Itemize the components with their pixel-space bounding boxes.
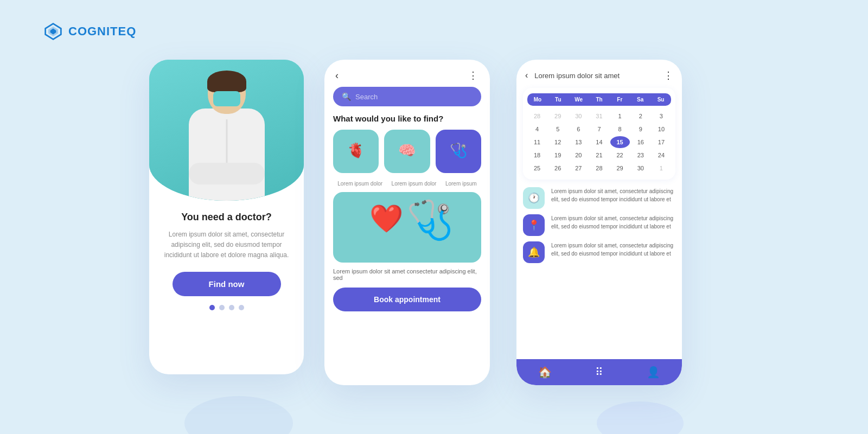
bottom-nav: 🏠 ⠿ 👤 [516,359,682,385]
cal-cell-3-6[interactable]: 24 [652,149,671,161]
cal-cell-1-5[interactable]: 9 [631,123,650,135]
location-icon: 📍 [523,214,545,236]
cal-cell-1-0[interactable]: 4 [527,123,547,135]
featured-description: Lorem ipsum dolor sit amet consectetur a… [324,268,490,281]
category-icon-1: 🫀 [347,142,365,159]
cal-cell-3-4[interactable]: 22 [610,149,630,161]
calendar-header: Mo Tu We Th Fr Sa Su [527,93,671,106]
category-card-1[interactable]: 🫀 [333,130,379,173]
category-row: 🫀 🧠 🩺 [324,130,490,173]
category-card-2[interactable]: 🧠 [384,130,430,173]
cal-cell-2-3[interactable]: 14 [589,136,609,148]
doctor-figure [183,71,270,201]
cal-cell-4-5[interactable]: 30 [631,162,650,174]
cal-day-mo: Mo [527,93,548,106]
cal-cell-4-3[interactable]: 28 [589,162,609,174]
cal-day-sa: Sa [630,93,650,106]
phone3-more-button[interactable]: ⋮ [663,69,673,81]
cal-cell-2-1[interactable]: 12 [548,136,567,148]
bell-icon: 🔔 [523,241,545,263]
cal-cell-1-1[interactable]: 5 [548,123,567,135]
info-item-1: 🕐 Lorem ipsum dolor sit amet, consectetu… [523,187,675,209]
deco-circle-1 [184,396,293,434]
cal-cell-4-1[interactable]: 26 [548,162,567,174]
cal-cell-3-2[interactable]: 20 [569,149,588,161]
category-icon-2: 🧠 [398,142,416,159]
nav-grid-icon[interactable]: ⠿ [595,366,603,379]
phone-2: ‹ ⋮ 🔍 Search What would you like to find… [324,60,490,385]
phone3-title: Lorem ipsum dolor sit amet [534,72,657,80]
doc-body [189,108,265,201]
cat-label-2: Lorem ipsum dolor [392,181,437,187]
cal-cell-2-0[interactable]: 11 [527,136,547,148]
category-card-3[interactable]: 🩺 [436,130,481,173]
info-text-3: Lorem ipsum dolor sit amet, consectetur … [551,241,675,258]
phone3-back-button[interactable]: ‹ [525,71,528,80]
stethoscope-icon: 🩺 [406,197,454,242]
cal-cell-4-6[interactable]: 1 [652,162,671,174]
cal-cell-2-4[interactable]: 15 [610,136,630,148]
logo-icon [43,22,63,41]
cal-cell-1-2[interactable]: 6 [569,123,588,135]
dot-3[interactable] [229,305,234,310]
cal-cell-2-5[interactable]: 16 [631,136,650,148]
clock-icon: 🕐 [523,187,545,209]
dot-4[interactable] [239,305,244,310]
phone1-title: You need a doctor? [181,212,272,223]
phone2-more-button[interactable]: ⋮ [468,69,479,81]
cal-day-tu: Tu [548,93,569,106]
phone2-back-button[interactable]: ‹ [335,70,339,81]
doc-coat-line [226,119,227,163]
cal-cell-0-4[interactable]: 1 [610,110,630,122]
calendar-grid: 2829303112345678910111213141516171819202… [527,110,671,174]
cal-cell-4-4[interactable]: 29 [610,162,630,174]
book-appointment-button[interactable]: Book appointment [333,288,481,311]
phone3-header: ‹ Lorem ipsum dolor sit amet ⋮ [516,60,682,88]
cal-day-fr: Fr [609,93,630,106]
pagination-dots [209,305,244,310]
info-list: 🕐 Lorem ipsum dolor sit amet, consectetu… [516,187,682,359]
dot-2[interactable] [219,305,225,310]
cal-cell-3-0[interactable]: 18 [527,149,547,161]
nav-profile-icon[interactable]: 👤 [647,366,660,379]
phone-3: ‹ Lorem ipsum dolor sit amet ⋮ Mo Tu We … [516,60,682,385]
info-item-2: 📍 Lorem ipsum dolor sit amet, consectetu… [523,214,675,236]
nav-home-icon[interactable]: 🏠 [538,366,552,379]
info-text-2: Lorem ipsum dolor sit amet, consectetur … [551,214,675,231]
deco-circle-2 [597,401,684,434]
find-now-button[interactable]: Find now [173,272,281,296]
doc-mask [213,91,240,106]
cal-cell-1-4[interactable]: 8 [610,123,630,135]
cal-cell-1-6[interactable]: 10 [652,123,671,135]
cal-cell-0-3[interactable]: 31 [589,110,609,122]
category-icon-3: 🩺 [450,142,467,159]
cal-cell-4-0[interactable]: 25 [527,162,547,174]
cal-cell-0-6[interactable]: 3 [652,110,671,122]
cal-cell-1-3[interactable]: 7 [589,123,609,135]
cal-cell-3-3[interactable]: 21 [589,149,609,161]
category-labels: Lorem ipsum dolor Lorem ipsum dolor Lore… [324,181,490,187]
dot-1[interactable] [209,305,215,310]
calendar: Mo Tu We Th Fr Sa Su 2829303112345678910… [523,88,675,180]
featured-image: ❤️ 🩺 [333,192,481,263]
cal-cell-0-0[interactable]: 28 [527,110,547,122]
cal-cell-4-2[interactable]: 27 [569,162,588,174]
info-text-1: Lorem ipsum dolor sit amet, consectetur … [551,187,675,203]
heart-icon: ❤️ [369,203,403,234]
cal-cell-0-2[interactable]: 30 [569,110,588,122]
brand-name: COGNITEQ [68,24,136,39]
search-icon: 🔍 [342,92,351,101]
doc-head [208,71,246,114]
phone2-header: ‹ ⋮ [324,60,490,87]
cal-cell-2-2[interactable]: 13 [569,136,588,148]
search-bar[interactable]: 🔍 Search [333,87,481,106]
phone1-image-area [149,60,304,201]
phone1-description: Lorem ipsum dolor sit amet, consectetur … [162,229,291,261]
phone1-content: You need a doctor? Lorem ipsum dolor sit… [149,201,304,374]
cal-cell-0-1[interactable]: 29 [548,110,567,122]
cal-cell-2-6[interactable]: 17 [652,136,671,148]
cal-cell-3-5[interactable]: 23 [631,149,650,161]
info-item-3: 🔔 Lorem ipsum dolor sit amet, consectetu… [523,241,675,263]
cal-cell-0-5[interactable]: 2 [631,110,650,122]
cal-cell-3-1[interactable]: 19 [548,149,567,161]
